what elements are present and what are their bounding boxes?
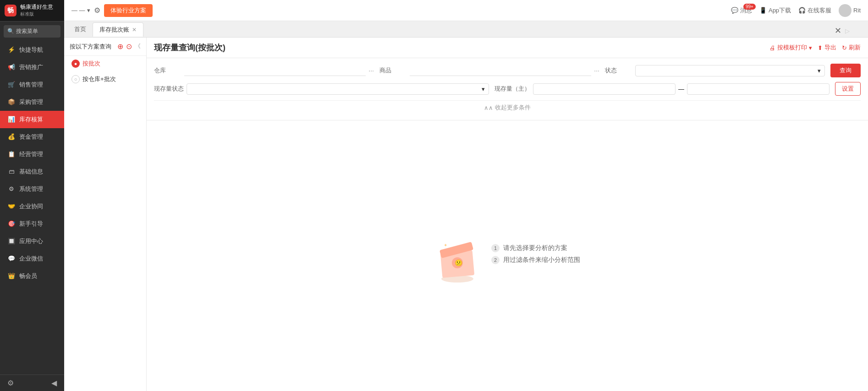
sidebar-item-apps[interactable]: 🔲 应用中心 bbox=[0, 233, 64, 250]
sidebar-footer: ⚙ ◀ bbox=[0, 375, 64, 391]
left-panel-actions: ⊕ ⊙ 《 bbox=[117, 42, 141, 51]
product-more-icon[interactable]: ··· bbox=[594, 67, 599, 74]
enterprise-icon: 🤝 bbox=[7, 203, 16, 210]
user-menu[interactable]: Rit bbox=[839, 4, 861, 17]
tab-inventory-batch-label: 库存批次账 bbox=[99, 26, 129, 34]
expand-icon[interactable]: ▷ bbox=[845, 27, 850, 34]
left-panel-header: 按以下方案查询 ⊕ ⊙ 《 bbox=[64, 38, 146, 56]
sidebar-item-member[interactable]: 👑 畅会员 bbox=[0, 267, 64, 285]
newbie-icon: 🎯 bbox=[7, 220, 16, 227]
sidebar-item-label: 销售管理 bbox=[19, 81, 43, 89]
app-subtitle: 标准版 bbox=[20, 11, 53, 17]
sidebar-item-newbie[interactable]: 🎯 新手引导 bbox=[0, 215, 64, 233]
filter-product: 商品 ··· bbox=[379, 65, 599, 76]
add-scheme-btn[interactable]: ⊕ bbox=[117, 42, 123, 51]
topbar-left: — — ▾ ⚙ 体验行业方案 bbox=[71, 4, 153, 17]
refresh-icon: ↻ bbox=[842, 44, 847, 51]
scheme-item-by-batch[interactable]: ● 按批次 bbox=[64, 56, 146, 71]
status-select[interactable]: ▾ bbox=[635, 65, 825, 76]
topbar: — — ▾ ⚙ 体验行业方案 💬 消息 99+ 📱 App下载 🎧 在线客服 bbox=[64, 0, 868, 21]
member-icon: 👑 bbox=[7, 272, 16, 279]
print-btn[interactable]: 🖨 按模板打印 ▾ bbox=[769, 43, 812, 52]
page-header: 现存量查询(按批次) 🖨 按模板打印 ▾ ⬆ 导出 ↻ 刷新 bbox=[147, 38, 868, 58]
filter-warehouse: 仓库 ··· bbox=[154, 65, 374, 76]
scheme-item-by-warehouse-batch[interactable]: ○ 按仓库+批次 bbox=[64, 71, 146, 87]
filter-row-2: 现存量状态 ▾ 现存量（主） — 设置 bbox=[154, 82, 861, 96]
online-service-label: 在线客服 bbox=[808, 6, 831, 15]
online-service-btn[interactable]: 🎧 在线客服 bbox=[798, 6, 831, 15]
sidebar-item-wechat[interactable]: 💬 企业微信 bbox=[0, 250, 64, 267]
finance-icon: 💰 bbox=[7, 133, 16, 140]
app-title: 畅康通好生意 bbox=[20, 4, 53, 11]
headset-icon: 🎧 bbox=[798, 7, 806, 14]
tab-inventory-batch[interactable]: 库存批次账 ✕ bbox=[93, 22, 143, 37]
messages-btn[interactable]: 💬 消息 99+ bbox=[731, 6, 752, 15]
settings-icon[interactable]: ⚙ bbox=[7, 379, 14, 387]
product-input[interactable] bbox=[410, 65, 591, 76]
sidebar-item-label: 基础信息 bbox=[19, 168, 43, 176]
sidebar-item-enterprise[interactable]: 🤝 企业协同 bbox=[0, 198, 64, 215]
inventory-status-select[interactable]: ▾ bbox=[187, 83, 489, 95]
query-btn[interactable]: 查询 bbox=[830, 64, 861, 77]
close-page-btn[interactable]: ✕ bbox=[835, 26, 841, 36]
collapse-more-btn[interactable]: ∧∧ 收起更多条件 bbox=[154, 100, 861, 114]
tab-close-icon[interactable]: ✕ bbox=[132, 27, 137, 33]
tab-home[interactable]: 首页 bbox=[68, 22, 93, 36]
export-btn[interactable]: ⬆ 导出 bbox=[818, 43, 836, 52]
sidebar-item-label: 资金管理 bbox=[19, 133, 43, 141]
sidebar-item-marketing[interactable]: 📢 营销推广 bbox=[0, 59, 64, 76]
inventory-main-label: 现存量（主） bbox=[494, 85, 530, 93]
trial-btn[interactable]: 体验行业方案 bbox=[104, 4, 153, 17]
filter-status: 状态 ▾ bbox=[605, 65, 825, 76]
warehouse-more-icon[interactable]: ··· bbox=[368, 67, 374, 74]
workspace-dropdown[interactable]: — — ▾ bbox=[71, 7, 90, 14]
sidebar-item-quick-nav[interactable]: ⚡ 快捷导航 bbox=[0, 41, 64, 59]
sidebar-search-label: 搜索菜单 bbox=[16, 27, 38, 35]
sidebar-item-basic[interactable]: 🗃 基础信息 bbox=[0, 163, 64, 180]
sidebar-item-purchase[interactable]: 📦 采购管理 bbox=[0, 93, 64, 111]
refresh-btn[interactable]: ↻ 刷新 bbox=[842, 43, 861, 52]
sidebar-search[interactable]: 🔍 搜索菜单 bbox=[4, 25, 60, 38]
tip-number-1: 1 bbox=[491, 244, 500, 252]
sidebar-item-system[interactable]: ⚙ 系统管理 bbox=[0, 180, 64, 198]
chevron-down-icon: ▾ bbox=[482, 86, 485, 92]
app-download-label: App下载 bbox=[769, 6, 791, 15]
inventory-from-input[interactable] bbox=[533, 83, 676, 95]
filter-inventory-main: 现存量（主） — bbox=[494, 83, 830, 95]
sidebar-item-label: 系统管理 bbox=[19, 185, 43, 193]
warehouse-label: 仓库 bbox=[154, 66, 181, 75]
settings-btn[interactable]: 设置 bbox=[835, 82, 861, 96]
warehouse-input[interactable] bbox=[184, 65, 366, 76]
range-separator: — bbox=[678, 86, 684, 92]
empty-tips: 1 请先选择要分析的方案 2 用过滤条件来缩小分析范围 bbox=[491, 244, 580, 268]
svg-text:✦: ✦ bbox=[467, 244, 472, 250]
sales-icon: 🛒 bbox=[7, 81, 16, 88]
empty-tip-2: 2 用过滤条件来缩小分析范围 bbox=[491, 256, 580, 264]
purchase-icon: 📦 bbox=[7, 98, 16, 105]
sidebar-item-finance[interactable]: 💰 资金管理 bbox=[0, 128, 64, 146]
phone-icon: 📱 bbox=[759, 7, 767, 14]
avatar bbox=[839, 4, 852, 17]
wechat-icon: 💬 bbox=[7, 255, 16, 262]
sidebar-item-sales[interactable]: 🛒 销售管理 bbox=[0, 76, 64, 93]
collapse-sidebar-icon[interactable]: ◀ bbox=[51, 379, 57, 387]
topbar-settings-icon[interactable]: ⚙ bbox=[94, 6, 100, 15]
sidebar-item-operations[interactable]: 📋 经营管理 bbox=[0, 146, 64, 163]
chevron-down-icon: ▾ bbox=[818, 67, 821, 74]
apps-icon: 🔲 bbox=[7, 238, 16, 244]
tip-number-2: 2 bbox=[491, 256, 500, 264]
tabbar: 首页 库存批次账 ✕ ✕ ▷ bbox=[64, 21, 868, 38]
scheme-by-warehouse-icon: ○ bbox=[71, 75, 80, 83]
collapse-left-icon[interactable]: 《 bbox=[135, 42, 141, 51]
left-panel-title: 按以下方案查询 bbox=[70, 43, 111, 51]
sidebar-item-label: 新手引导 bbox=[19, 220, 43, 228]
right-panel: 现存量查询(按批次) 🖨 按模板打印 ▾ ⬆ 导出 ↻ 刷新 bbox=[147, 38, 868, 391]
tip-text-1: 请先选择要分析的方案 bbox=[503, 244, 567, 252]
workspace-label: — — bbox=[71, 7, 85, 14]
inventory-to-input[interactable] bbox=[687, 83, 830, 95]
scheme-settings-icon[interactable]: ⊙ bbox=[126, 42, 132, 51]
sidebar-item-inventory[interactable]: 📊 库存核算 bbox=[0, 111, 64, 128]
app-download-btn[interactable]: 📱 App下载 bbox=[759, 6, 791, 15]
message-icon: 💬 bbox=[731, 7, 738, 14]
operations-icon: 📋 bbox=[7, 151, 16, 157]
